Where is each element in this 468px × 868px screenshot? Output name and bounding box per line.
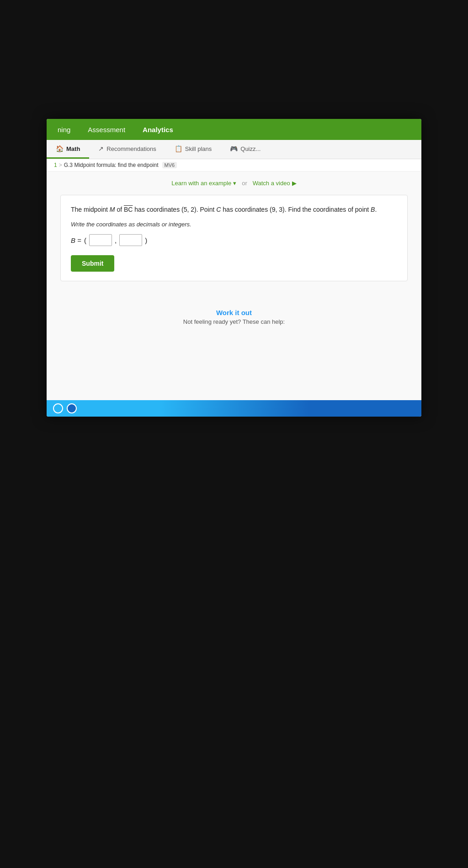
- breadcrumb: 1 > G.3 Midpoint formula: find the endpo…: [47, 159, 421, 171]
- breadcrumb-current: G.3 Midpoint formula: find the endpoint: [64, 162, 159, 168]
- nav-item-analytics[interactable]: Analytics: [141, 119, 175, 140]
- bottom-bar-dot-right: [67, 403, 77, 413]
- tab-math[interactable]: 🏠 Math: [47, 140, 89, 159]
- bottom-bar: [47, 400, 421, 417]
- skill-plans-icon: 📋: [175, 145, 182, 152]
- answer-input-x[interactable]: [89, 234, 112, 246]
- tab-recommendations[interactable]: ↗ Recommendations: [89, 140, 165, 159]
- answer-input-y[interactable]: [119, 234, 142, 246]
- screen-wrapper: ning Assessment Analytics 🏠 Math ↗ Recom…: [47, 119, 421, 417]
- nav-item-assessment[interactable]: Assessment: [86, 119, 127, 140]
- close-paren: ): [145, 236, 147, 244]
- tab-quizz[interactable]: 🎮 Quizz...: [221, 140, 270, 159]
- open-paren: (: [84, 236, 86, 244]
- play-icon: ▶: [292, 180, 297, 187]
- overline-bc: BC: [124, 206, 133, 213]
- problem-box: The midpoint M of BC has coordinates (5,…: [60, 195, 408, 281]
- content-area: Learn with an example ▾ or Watch a video…: [47, 171, 421, 400]
- problem-text: The midpoint M of BC has coordinates (5,…: [71, 204, 397, 214]
- breadcrumb-link-1[interactable]: 1: [54, 162, 57, 168]
- eq-label: B =: [71, 236, 81, 244]
- breadcrumb-badge: MV6: [162, 162, 177, 168]
- answer-row: B = ( , ): [71, 234, 397, 246]
- submit-button[interactable]: Submit: [71, 255, 114, 272]
- learn-example-button[interactable]: Learn with an example ▾: [171, 180, 236, 187]
- chevron-down-icon: ▾: [233, 180, 236, 187]
- quizz-icon: 🎮: [230, 145, 238, 152]
- work-it-out-link[interactable]: Work it out: [60, 309, 408, 316]
- bottom-bar-dot-left: [53, 403, 63, 413]
- work-it-out-subtext: Not feeling ready yet? These can help:: [60, 318, 408, 325]
- tab-bar: 🏠 Math ↗ Recommendations 📋 Skill plans 🎮…: [47, 140, 421, 159]
- work-it-out-section: Work it out Not feeling ready yet? These…: [60, 309, 408, 325]
- problem-instruction: Write the coordinates as decimals or int…: [71, 221, 397, 228]
- tab-skill-plans[interactable]: 📋 Skill plans: [165, 140, 221, 159]
- recommendations-icon: ↗: [98, 145, 104, 152]
- comma-separator: ,: [115, 236, 117, 244]
- math-icon: 🏠: [56, 145, 64, 152]
- top-nav: ning Assessment Analytics: [47, 119, 421, 140]
- helper-bar: Learn with an example ▾ or Watch a video…: [60, 180, 408, 187]
- watch-video-button[interactable]: Watch a video ▶: [253, 180, 297, 187]
- nav-item-ning[interactable]: ning: [56, 119, 72, 140]
- helper-or-text: or: [242, 180, 247, 187]
- breadcrumb-sep-1: >: [59, 162, 62, 168]
